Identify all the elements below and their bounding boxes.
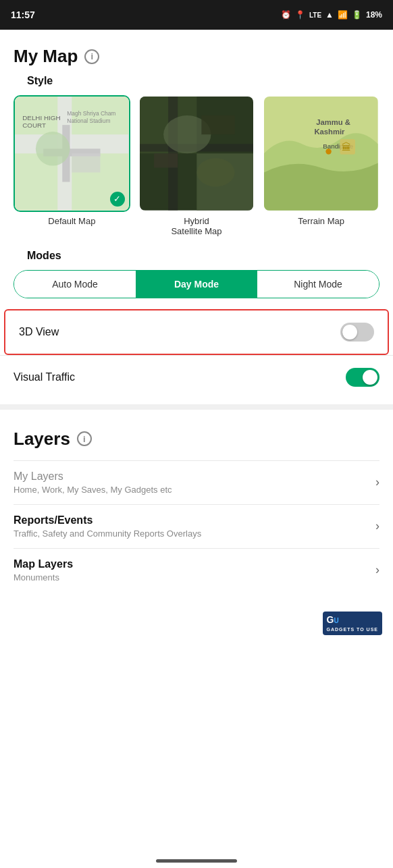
svg-rect-6 (72, 153, 100, 172)
modes-toggle: Auto Mode Day Mode Night Mode (14, 270, 379, 298)
style-card-default[interactable]: DELHI HIGH COURT Magh Shriya Cham Nation… (14, 95, 130, 236)
reports-events-chevron: › (375, 519, 379, 533)
battery-icon: 🔋 (352, 10, 362, 20)
location-icon: 📍 (295, 10, 305, 20)
svg-text:🏛: 🏛 (342, 142, 352, 153)
my-layers-chevron: › (375, 475, 379, 489)
visual-traffic-row: Visual Traffic (0, 355, 393, 399)
style-card-terrain-label: Terrain Map (298, 216, 344, 226)
my-layers-subtitle: Home, Work, My Saves, My Gadgets etc (14, 485, 375, 495)
style-card-terrain[interactable]: Jammu & Kashmir Bandipore 🏛 Terrain Map (263, 95, 379, 236)
mode-auto-button[interactable]: Auto Mode (14, 271, 136, 298)
page-title-section: My Map i (0, 30, 393, 75)
layers-info-icon[interactable]: i (77, 431, 92, 446)
svg-text:DELHI HIGH: DELHI HIGH (22, 114, 60, 121)
wifi-icon: ▲ (325, 10, 334, 20)
map-layers-item[interactable]: Map Layers Monuments › (14, 548, 379, 592)
layers-section: Layers i My Layers Home, Work, My Saves,… (0, 415, 393, 592)
svg-text:Kashmir: Kashmir (315, 128, 346, 136)
layers-title: Layers i (14, 429, 379, 450)
my-layers-item[interactable]: My Layers Home, Work, My Saves, My Gadge… (14, 460, 379, 504)
reports-events-subtitle: Traffic, Safety and Community Reports Ov… (14, 528, 375, 539)
svg-text:Jammu &: Jammu & (317, 118, 351, 126)
svg-rect-19 (201, 115, 234, 134)
main-content: My Map i Style DELHI HIGH (0, 30, 393, 868)
signal-icon: 📶 (338, 10, 348, 20)
map-layers-subtitle: Monuments (14, 572, 375, 582)
3d-view-toggle[interactable] (340, 323, 374, 342)
status-icons: ⏰ 📍 LTE ▲ 📶 🔋 18% (281, 10, 382, 20)
modes-section: Modes Auto Mode Day Mode Night Mode (0, 247, 393, 309)
my-layers-content: My Layers Home, Work, My Saves, My Gadge… (14, 470, 375, 495)
lte-icon: LTE (309, 11, 321, 19)
style-card-hybrid-label: HybridSatellite Map (171, 216, 221, 236)
reports-events-item[interactable]: Reports/Events Traffic, Safety and Commu… (14, 504, 379, 548)
my-layers-title: My Layers (14, 470, 375, 483)
visual-traffic-label: Visual Traffic (14, 371, 75, 383)
style-cards: DELHI HIGH COURT Magh Shriya Cham Nation… (14, 95, 379, 236)
visual-traffic-toggle-knob (363, 370, 377, 385)
style-card-hybrid-image (138, 95, 255, 212)
svg-text:National Stadium: National Stadium (67, 117, 110, 124)
status-time: 11:57 (11, 9, 35, 20)
svg-text:Magh Shriya Cham: Magh Shriya Cham (67, 110, 115, 117)
svg-text:COURT: COURT (22, 121, 46, 129)
page-title-text: My Map (14, 46, 78, 67)
map-layers-content: Map Layers Monuments (14, 558, 375, 582)
status-bar: 11:57 ⏰ 📍 LTE ▲ 📶 🔋 18% (0, 0, 393, 30)
modes-section-label: Modes (14, 250, 379, 270)
battery-percent: 18% (366, 10, 382, 20)
section-divider (0, 404, 393, 410)
visual-traffic-toggle[interactable] (346, 368, 379, 387)
style-section-label: Style (14, 75, 379, 95)
3d-view-toggle-knob (342, 325, 357, 340)
alarm-icon: ⏰ (281, 10, 291, 20)
svg-point-17 (196, 158, 234, 186)
map-layers-title: Map Layers (14, 558, 375, 570)
svg-point-5 (36, 132, 70, 166)
reports-events-title: Reports/Events (14, 514, 375, 526)
selected-check: ✓ (110, 192, 125, 207)
3d-view-row: 3D View (4, 309, 389, 355)
style-card-default-label: Default Map (48, 216, 95, 226)
3d-view-label: 3D View (19, 326, 59, 338)
layers-title-text: Layers (14, 429, 70, 450)
svg-rect-18 (154, 153, 178, 167)
style-section: Style DELHI HIGH COURT Magh Shriy (0, 75, 393, 247)
mode-night-button[interactable]: Night Mode (257, 271, 379, 298)
page-info-icon[interactable]: i (84, 49, 99, 64)
style-card-hybrid[interactable]: HybridSatellite Map (138, 95, 255, 236)
map-layers-chevron: › (375, 563, 379, 577)
style-card-terrain-image: Jammu & Kashmir Bandipore 🏛 (263, 95, 379, 212)
svg-point-24 (326, 148, 332, 154)
watermark: GU GADGETS TO USE (323, 612, 383, 635)
mode-day-button[interactable]: Day Mode (136, 271, 257, 298)
page-title: My Map i (14, 46, 379, 67)
style-card-default-image: DELHI HIGH COURT Magh Shriya Cham Nation… (14, 95, 130, 212)
reports-events-content: Reports/Events Traffic, Safety and Commu… (14, 514, 375, 539)
home-indicator (156, 859, 237, 863)
